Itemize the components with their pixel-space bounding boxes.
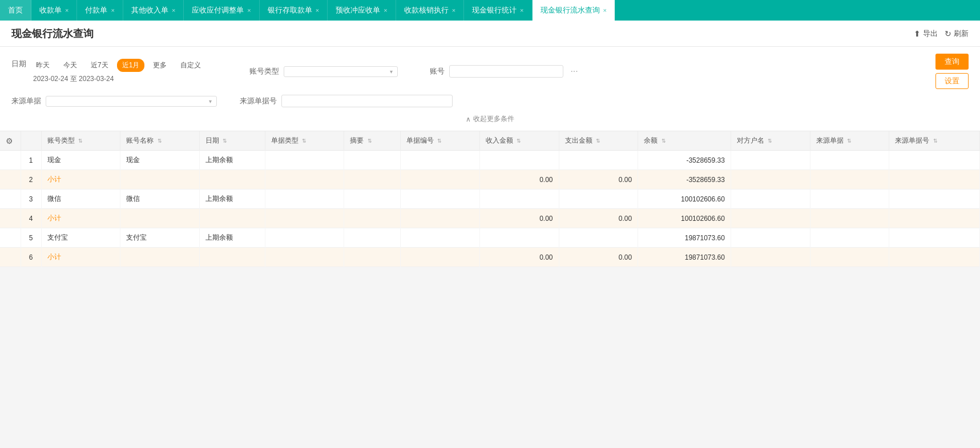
- cell-counterpart: [731, 209, 810, 228]
- cell-expense: [559, 189, 638, 209]
- nav-payable-adjust-close[interactable]: ×: [247, 7, 251, 14]
- nav-receipts-label: 收款单: [39, 5, 62, 15]
- date-last7[interactable]: 近7天: [86, 59, 114, 72]
- date-last1m[interactable]: 近1月: [117, 59, 145, 72]
- cell-source-doc-no: [889, 151, 980, 170]
- table-header-row: ⚙ 账号类型 ⇅ 账号名称 ⇅ 日期 ⇅ 单据类型 ⇅: [0, 131, 980, 151]
- refresh-label: 刷新: [954, 29, 969, 39]
- sort-account-type-icon[interactable]: ⇅: [78, 138, 83, 144]
- nav-home[interactable]: 首页: [0, 0, 31, 21]
- account-type-select[interactable]: ▾: [284, 66, 398, 77]
- col-doc-type: 单据类型 ⇅: [265, 131, 344, 151]
- source-doc-no-label: 来源单据号: [240, 96, 277, 106]
- account-type-arrow: ▾: [390, 68, 393, 75]
- sort-account-name-icon[interactable]: ⇅: [158, 138, 162, 144]
- account-dots[interactable]: ···: [570, 66, 578, 76]
- cell-gear: [0, 170, 21, 189]
- sort-expense-icon[interactable]: ⇅: [596, 138, 600, 144]
- settings-button[interactable]: 设置: [935, 73, 969, 89]
- filter-row-1: 日期 昨天 今天 近7天 近1月 更多 自定义 2023-02-24 至 202…: [11, 54, 969, 89]
- nav-cash-bank-flow-label: 现金银行流水查询: [541, 5, 600, 15]
- nav-collection-exec-close[interactable]: ×: [452, 7, 455, 14]
- cell-summary: [344, 228, 401, 248]
- gear-icon[interactable]: ⚙: [6, 136, 13, 146]
- nav-bank-deposit[interactable]: 银行存取款单 ×: [260, 0, 328, 21]
- nav-pre-collection[interactable]: 预收冲应收单 ×: [328, 0, 396, 21]
- col-num: [21, 131, 41, 151]
- cell-account-type: 现金: [41, 151, 120, 170]
- cell-expense: 0.00: [559, 209, 638, 228]
- date-custom[interactable]: 自定义: [175, 59, 206, 72]
- col-balance: 余额 ⇅: [638, 131, 731, 151]
- cell-income: [479, 228, 559, 248]
- nav-cash-bank-stats-close[interactable]: ×: [520, 7, 523, 14]
- cell-balance: 100102606.60: [638, 189, 731, 209]
- sort-income-icon[interactable]: ⇅: [517, 138, 521, 144]
- date-today[interactable]: 今天: [58, 59, 82, 72]
- cell-date: 上期余额: [199, 151, 265, 170]
- query-button[interactable]: 查询: [935, 54, 969, 70]
- source-doc-select[interactable]: ▾: [46, 96, 217, 107]
- cell-date: 上期余额: [199, 228, 265, 248]
- nav-payable-adjust[interactable]: 应收应付调整单 ×: [184, 0, 259, 21]
- cell-balance: -3528659.33: [638, 170, 731, 189]
- nav-pre-collection-close[interactable]: ×: [384, 7, 387, 14]
- cell-date: [199, 170, 265, 189]
- table-row: 6小计0.000.0019871073.60: [0, 248, 980, 267]
- sort-date-icon[interactable]: ⇅: [223, 138, 227, 144]
- cell-doc-type: [265, 209, 344, 228]
- nav-payable-adjust-label: 应收应付调整单: [192, 5, 244, 15]
- nav-payments-close[interactable]: ×: [111, 7, 114, 14]
- collapse-bar[interactable]: ∧ 收起更多条件: [11, 112, 969, 126]
- cell-income: 0.00: [479, 248, 559, 267]
- cell-source-doc: [810, 228, 889, 248]
- export-button[interactable]: ⬆ 导出: [914, 29, 938, 39]
- sort-doc-type-icon[interactable]: ⇅: [302, 138, 306, 144]
- col-source-doc: 来源单据 ⇅: [810, 131, 889, 151]
- account-input[interactable]: [449, 65, 563, 78]
- cell-balance: 19871073.60: [638, 228, 731, 248]
- cell-gear: [0, 209, 21, 228]
- nav-receipts-close[interactable]: ×: [65, 7, 68, 14]
- cell-doc-no: [401, 151, 480, 170]
- sort-counterpart-icon[interactable]: ⇅: [768, 138, 772, 144]
- cell-gear: [0, 189, 21, 209]
- sort-source-doc-icon[interactable]: ⇅: [847, 138, 852, 144]
- cell-balance: 100102606.60: [638, 209, 731, 228]
- table-row: 2小计0.000.00-3528659.33: [0, 170, 980, 189]
- col-counterpart: 对方户名 ⇅: [731, 131, 810, 151]
- nav-cash-bank-flow-close[interactable]: ×: [603, 7, 607, 14]
- date-yesterday[interactable]: 昨天: [31, 59, 55, 72]
- col-doc-no: 单据编号 ⇅: [401, 131, 480, 151]
- top-nav: 首页 收款单 × 付款单 × 其他收入单 × 应收应付调整单 × 银行存取款单 …: [0, 0, 980, 21]
- sort-summary-icon[interactable]: ⇅: [368, 138, 372, 144]
- col-expense: 支出金额 ⇅: [559, 131, 638, 151]
- sort-balance-icon[interactable]: ⇅: [662, 138, 666, 144]
- nav-bank-deposit-close[interactable]: ×: [316, 7, 319, 14]
- refresh-button[interactable]: ↻ 刷新: [945, 29, 969, 39]
- cell-summary: [344, 209, 401, 228]
- cell-doc-no: [401, 189, 480, 209]
- nav-payments[interactable]: 付款单 ×: [77, 0, 123, 21]
- nav-cash-bank-stats[interactable]: 现金银行统计 ×: [464, 0, 532, 21]
- export-label: 导出: [923, 29, 938, 39]
- table-row: 1现金现金上期余额-3528659.33: [0, 151, 980, 170]
- nav-cash-bank-flow[interactable]: 现金银行流水查询 ×: [533, 0, 615, 21]
- col-account-type: 账号类型 ⇅: [41, 131, 120, 151]
- nav-receipts[interactable]: 收款单 ×: [31, 0, 77, 21]
- table-row: 4小计0.000.00100102606.60: [0, 209, 980, 228]
- source-doc-arrow: ▾: [209, 98, 212, 104]
- nav-other-income[interactable]: 其他收入单 ×: [123, 0, 184, 21]
- cell-num: 4: [21, 209, 41, 228]
- nav-other-income-close[interactable]: ×: [172, 7, 175, 14]
- cell-counterpart: [731, 248, 810, 267]
- cell-summary: [344, 248, 401, 267]
- date-more[interactable]: 更多: [148, 59, 172, 72]
- nav-pre-collection-label: 预收冲应收单: [336, 5, 380, 15]
- nav-collection-exec[interactable]: 收款核销执行 ×: [396, 0, 464, 21]
- sort-source-doc-no-icon[interactable]: ⇅: [933, 138, 938, 144]
- sort-doc-no-icon[interactable]: ⇅: [437, 138, 442, 144]
- export-icon: ⬆: [914, 29, 921, 38]
- cell-account-name: 支付宝: [120, 228, 200, 248]
- source-doc-no-input[interactable]: [281, 95, 453, 107]
